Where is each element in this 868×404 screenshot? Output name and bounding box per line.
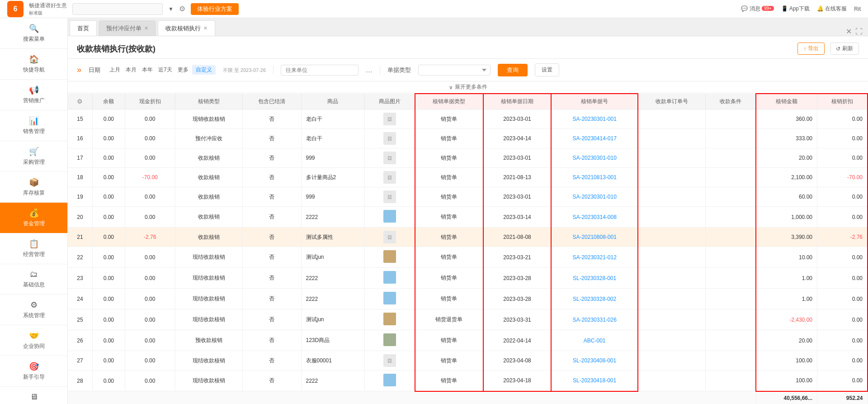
sidebar-item-purchase[interactable]: 🛒 采购管理: [0, 141, 67, 172]
user-info[interactable]: Rit: [854, 6, 861, 12]
voucher-type-select[interactable]: [418, 65, 491, 76]
expand-more-button[interactable]: ∨ 展开更多条件: [449, 83, 487, 91]
cell-include-settled: 否: [242, 148, 301, 168]
filter-collapse-icon[interactable]: »: [77, 65, 81, 75]
date-btn-this-year[interactable]: 本年: [140, 65, 155, 75]
tab-expand-icon[interactable]: ⛶: [855, 28, 863, 36]
date-btn-this-month[interactable]: 本月: [124, 65, 138, 75]
cancel-no-link[interactable]: SA-20230301-001: [572, 116, 616, 122]
sidebar-item-collab[interactable]: 🤝 企业协同: [0, 325, 67, 356]
cancel-no-link[interactable]: SA-20230321-012: [572, 254, 616, 261]
cell-cancel-no[interactable]: SA-20230314-008: [551, 207, 637, 228]
cancel-no-link[interactable]: SA-20210808-001: [572, 234, 616, 240]
cell-cancel-no[interactable]: SA-20210808-001: [551, 228, 637, 247]
main-layout: 🔍 搜索菜单 🏠 快捷导航 📢 营销推广 📊 销售管理 🛒 采购管理 📦 库存核…: [0, 18, 868, 404]
cell-cancel-no[interactable]: SL-20230328-002: [551, 289, 637, 309]
date-btn-7days[interactable]: 近7天: [156, 65, 174, 75]
cell-cancel-no[interactable]: SA-20230321-012: [551, 247, 637, 268]
cancel-no-link[interactable]: SA-20210813-001: [572, 174, 616, 181]
export-button[interactable]: ↑ 导出: [797, 43, 825, 55]
tab-prepay[interactable]: 预付冲应付单 ✕: [99, 20, 156, 36]
sidebar-item-newbie[interactable]: 🎯 新手引导: [0, 356, 67, 387]
cancel-no-link[interactable]: SA-20230331-026: [572, 317, 616, 323]
gear-icon[interactable]: ⚙: [77, 98, 83, 105]
cell-cancel-no[interactable]: SL-20230328-001: [551, 268, 637, 289]
brand-name: 畅捷通谱好生意标准版: [29, 2, 67, 16]
tab-receipt-close[interactable]: ✕: [203, 25, 208, 31]
date-btn-last-month[interactable]: 上月: [108, 65, 122, 75]
th-gear[interactable]: ⚙: [68, 94, 92, 109]
cancel-no-link[interactable]: SA-20230301-010: [572, 194, 616, 200]
sidebar-item-hardware[interactable]: 🖥 智能硬件: [0, 387, 67, 404]
cancel-no-link[interactable]: SL-20230328-001: [573, 275, 616, 281]
solution-button[interactable]: 体验行业方案: [191, 3, 239, 15]
cell-cancel-type: 收款核销: [175, 207, 242, 228]
cell-cash-discount: 0.00: [125, 330, 175, 351]
cell-cancel-voucher-type: 销货退货单: [415, 309, 483, 330]
refresh-button[interactable]: ↺ 刷新: [830, 43, 859, 55]
sidebar-item-system[interactable]: ⚙ 系统管理: [0, 295, 67, 325]
cell-cancel-date: 2023-03-31: [483, 309, 552, 330]
cancel-no-link[interactable]: SL-20230408-001: [573, 357, 616, 364]
cell-cancel-no[interactable]: SA-20230301-010: [551, 148, 637, 168]
sidebar-item-search[interactable]: 🔍 搜索菜单: [0, 18, 67, 49]
collab-icon: 🤝: [29, 331, 39, 341]
sidebar-item-marketing[interactable]: 📢 营销推广: [0, 80, 67, 110]
th-include-settled: 包含已结清: [242, 94, 301, 109]
cancel-no-link[interactable]: SA-20230414-017: [572, 135, 616, 142]
cell-cancel-amount: 20.00: [756, 330, 817, 351]
sidebar-item-business[interactable]: 📋 经营管理: [0, 233, 67, 264]
cancel-no-link[interactable]: SL-20230328-002: [573, 296, 616, 302]
cell-cancel-no[interactable]: SA-20230301-010: [551, 187, 637, 207]
date-btn-more[interactable]: 更多: [176, 65, 190, 75]
setting-button[interactable]: 设置: [535, 63, 559, 76]
app-download[interactable]: 📱 App下载: [781, 5, 810, 13]
th-cancel-voucher-type: 核销单据类型: [415, 94, 483, 109]
tab-close-window-icon[interactable]: ✕: [846, 27, 852, 36]
dropdown-trigger[interactable]: ▼: [168, 6, 174, 12]
cancel-no-link[interactable]: SA-20230301-010: [572, 155, 616, 161]
query-button[interactable]: 查询: [498, 64, 528, 76]
sidebar-item-inventory[interactable]: 📦 库存核算: [0, 172, 67, 203]
cell-goods: 2222: [301, 207, 365, 228]
sidebar-item-sales[interactable]: 📊 销售管理: [0, 110, 67, 141]
export-icon: ↑: [803, 46, 806, 52]
gear-icon[interactable]: ⚙: [179, 5, 185, 13]
from-unit-input[interactable]: [281, 65, 359, 76]
sidebar-label-inventory: 库存核算: [23, 189, 45, 197]
cell-cancel-no[interactable]: SA-20230414-017: [551, 129, 637, 148]
th-cash-discount: 现金折扣: [125, 94, 175, 109]
purchase-icon: 🛒: [29, 147, 39, 157]
cell-cancel-no[interactable]: ABC-001: [551, 330, 637, 351]
tab-home[interactable]: 首页: [70, 20, 97, 36]
tab-prepay-close[interactable]: ✕: [144, 25, 148, 31]
sidebar-item-nav[interactable]: 🏠 快捷导航: [0, 49, 67, 80]
cell-include-settled: 否: [242, 228, 301, 247]
sidebar-item-basic[interactable]: 🗂 基础信息: [0, 264, 67, 295]
cell-cancel-voucher-type: 销货单: [415, 289, 483, 309]
cell-balance: 0.00: [92, 129, 125, 148]
cancel-no-link[interactable]: ABC-001: [584, 337, 606, 344]
date-btn-custom[interactable]: 自定义: [192, 65, 216, 75]
cell-cancel-no[interactable]: SA-20210813-001: [551, 168, 637, 187]
tab-receipt[interactable]: 收款核销执行 ✕: [158, 20, 215, 36]
cell-include-settled: 否: [242, 247, 301, 268]
cell-goods-img: [365, 207, 415, 228]
search-input[interactable]: [72, 3, 163, 15]
cell-cancel-date: 2023-03-14: [483, 207, 552, 228]
cell-cancel-type: 收款核销: [175, 187, 242, 207]
cell-balance: 0.00: [92, 109, 125, 129]
online-service[interactable]: 🔔 在线客服: [817, 5, 847, 13]
message-icon[interactable]: 💬 消息 99+: [741, 5, 774, 13]
cancel-no-link[interactable]: SL-20230418-001: [573, 377, 616, 384]
cell-include-settled: 否: [242, 289, 301, 309]
table-container[interactable]: ⚙ 余额 现金折扣 核销类型 包含已结清 商品 商品图片 核销单据类型 核销单据…: [68, 93, 868, 404]
cell-cancel-amount: 100.00: [756, 371, 817, 391]
cancel-no-link[interactable]: SA-20230314-008: [572, 214, 616, 220]
cell-cancel-no[interactable]: SL-20230418-001: [551, 371, 637, 391]
cell-cancel-no[interactable]: SL-20230408-001: [551, 351, 637, 371]
cell-cancel-discount: 0.00: [817, 330, 868, 351]
sidebar-item-finance[interactable]: 💰 资金管理: [0, 203, 67, 233]
cell-cancel-no[interactable]: SA-20230301-001: [551, 109, 637, 129]
cell-cancel-no[interactable]: SA-20230331-026: [551, 309, 637, 330]
